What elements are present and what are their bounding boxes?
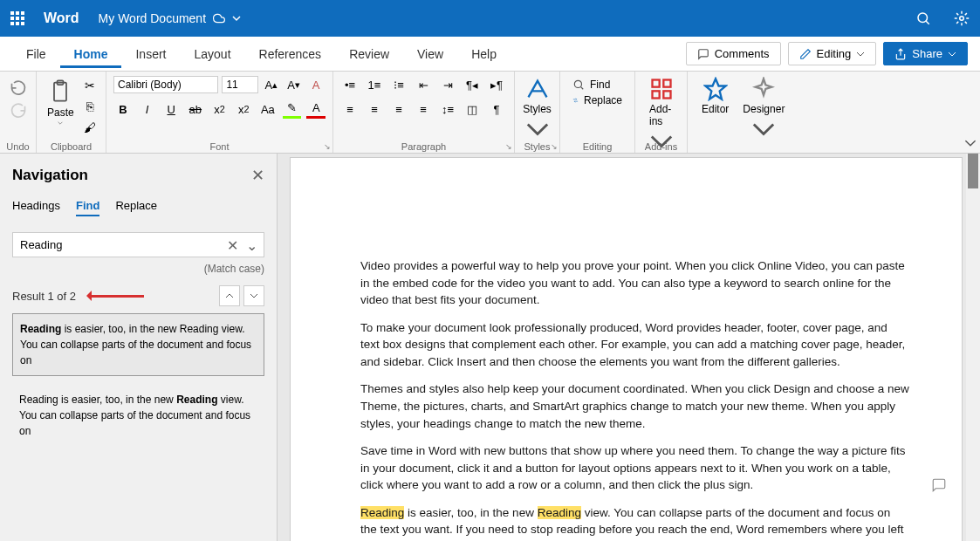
collapse-ribbon-icon[interactable] — [964, 137, 977, 149]
page[interactable]: Video provides a powerful way to help yo… — [290, 157, 963, 541]
result-counter: Result 1 of 2 — [12, 290, 76, 303]
share-button[interactable]: Share — [883, 42, 968, 65]
clipboard-icon — [48, 77, 72, 105]
copy-icon[interactable]: ⎘ — [81, 98, 99, 115]
underline-button[interactable]: U — [161, 99, 181, 119]
nav-title: Navigation — [12, 167, 88, 184]
font-name-select[interactable]: Calibri (Body) — [113, 76, 218, 93]
italic-button[interactable]: I — [138, 99, 157, 119]
numbering-button[interactable]: 1≡ — [365, 75, 384, 94]
close-nav-icon[interactable]: ✕ — [251, 166, 264, 185]
undo-icon[interactable] — [10, 79, 27, 96]
clipboard-group: Paste ✂ ⎘ 🖌 Clipboard — [37, 72, 106, 153]
search-result-1[interactable]: Reading is easier, too, in the new Readi… — [12, 313, 264, 376]
indent-left-button[interactable]: ⇤ — [414, 75, 433, 94]
result-bold: Reading — [20, 323, 61, 335]
cut-icon[interactable]: ✂ — [81, 77, 99, 94]
rtl-button[interactable]: ▸¶ — [487, 75, 506, 94]
editor-button[interactable]: Editor — [695, 75, 736, 143]
highlight: Reading — [360, 506, 404, 519]
search-options-icon[interactable]: ⌄ — [246, 237, 257, 254]
paragraph-label: Paragraph — [333, 141, 514, 152]
change-case-button[interactable]: Aa — [258, 99, 278, 119]
paragraph: To make your document look professionall… — [360, 319, 909, 371]
highlight: Reading — [538, 506, 581, 519]
bullets-button[interactable]: •≡ — [340, 75, 360, 94]
align-center-button[interactable]: ≡ — [365, 99, 384, 119]
add-comment-icon[interactable] — [930, 477, 948, 493]
editing-label: Editing — [817, 47, 852, 60]
styles-button[interactable]: Styles — [522, 75, 552, 143]
settings-gear-icon[interactable] — [954, 10, 970, 26]
search-icon[interactable] — [915, 10, 931, 26]
line-spacing-button[interactable]: ↕≡ — [438, 99, 457, 119]
search-result-2[interactable]: Reading is easier, too, in the new Readi… — [12, 385, 264, 446]
titlebar: Word My Word Document — [0, 0, 980, 37]
workspace: Navigation ✕ Headings Find Replace ✕ ⌄ (… — [0, 154, 980, 541]
styles-dialog-launcher[interactable]: ↘ — [551, 142, 558, 151]
match-case-label: (Match case) — [12, 263, 264, 275]
justify-button[interactable]: ≡ — [414, 99, 433, 119]
svg-point-0 — [918, 13, 928, 23]
bold-button[interactable]: B — [113, 99, 133, 119]
paste-button[interactable]: Paste — [44, 75, 78, 136]
chevron-down-icon — [250, 291, 258, 300]
menu-view[interactable]: View — [403, 40, 457, 68]
align-right-button[interactable]: ≡ — [389, 99, 408, 119]
svg-point-1 — [960, 17, 964, 21]
font-color-button[interactable]: A — [306, 99, 326, 119]
redo-icon[interactable] — [10, 101, 27, 119]
shading-button[interactable]: ◫ — [463, 99, 482, 119]
prev-result-button[interactable] — [219, 285, 240, 306]
indent-right-button[interactable]: ⇥ — [438, 75, 457, 94]
replace-button[interactable]: Replace — [572, 94, 622, 106]
shrink-font-icon[interactable]: A▾ — [284, 75, 304, 94]
next-result-button[interactable] — [243, 285, 264, 306]
replace-label: Replace — [584, 94, 622, 106]
nav-tab-replace[interactable]: Replace — [115, 199, 157, 216]
find-button[interactable]: Find — [572, 79, 622, 91]
multilevel-button[interactable]: ⁝≡ — [389, 75, 408, 94]
scroll-thumb[interactable] — [968, 154, 978, 188]
designer-button[interactable]: Designer — [736, 75, 792, 143]
format-painter-icon[interactable]: 🖌 — [81, 119, 99, 136]
menu-file[interactable]: File — [12, 40, 60, 68]
chevron-down-icon — [751, 117, 776, 141]
nav-tab-headings[interactable]: Headings — [12, 199, 60, 216]
menubar: File Home Insert Layout References Revie… — [0, 37, 980, 72]
share-icon — [894, 48, 907, 60]
designer-icon — [751, 77, 776, 101]
menu-home[interactable]: Home — [60, 40, 122, 68]
font-size-select[interactable]: 11 — [222, 76, 258, 93]
strikethrough-button[interactable]: ab — [186, 99, 205, 119]
editing-mode-button[interactable]: Editing — [788, 42, 877, 65]
nav-tab-find[interactable]: Find — [76, 199, 99, 216]
app-launcher-icon[interactable] — [10, 11, 24, 25]
show-marks-button[interactable]: ¶ — [487, 99, 506, 119]
paragraph: Save time in Word with new buttons that … — [360, 442, 909, 494]
paragraph-dialog-launcher[interactable]: ↘ — [505, 142, 512, 151]
svg-rect-6 — [663, 80, 670, 87]
document-title[interactable]: My Word Document — [99, 11, 241, 25]
menu-layout[interactable]: Layout — [180, 40, 244, 68]
paragraph: Reading is easier, too, in the new Readi… — [360, 504, 909, 541]
superscript-button[interactable]: x2 — [234, 99, 253, 119]
menu-references[interactable]: References — [245, 40, 336, 68]
grow-font-icon[interactable]: A▴ — [262, 75, 281, 94]
highlight-button[interactable]: ✎ — [283, 99, 302, 119]
document-canvas: Video provides a powerful way to help yo… — [278, 154, 980, 541]
menu-help[interactable]: Help — [457, 40, 511, 68]
editing-group: Find Replace Editing — [560, 72, 635, 153]
menu-review[interactable]: Review — [335, 40, 403, 68]
subscript-button[interactable]: x2 — [210, 99, 230, 119]
scrollbar[interactable] — [966, 154, 980, 541]
clear-search-icon[interactable]: ✕ — [227, 237, 238, 254]
align-left-button[interactable]: ≡ — [340, 99, 360, 119]
ribbon: Undo Paste ✂ ⎘ 🖌 Clipboard Calibri (Body… — [0, 72, 980, 154]
clear-format-icon[interactable]: A — [306, 75, 326, 94]
menu-insert[interactable]: Insert — [121, 40, 180, 68]
ltr-button[interactable]: ¶◂ — [463, 75, 482, 94]
font-dialog-launcher[interactable]: ↘ — [324, 142, 331, 151]
addins-label: Add-ins — [635, 141, 687, 152]
comments-button[interactable]: Comments — [686, 42, 781, 65]
